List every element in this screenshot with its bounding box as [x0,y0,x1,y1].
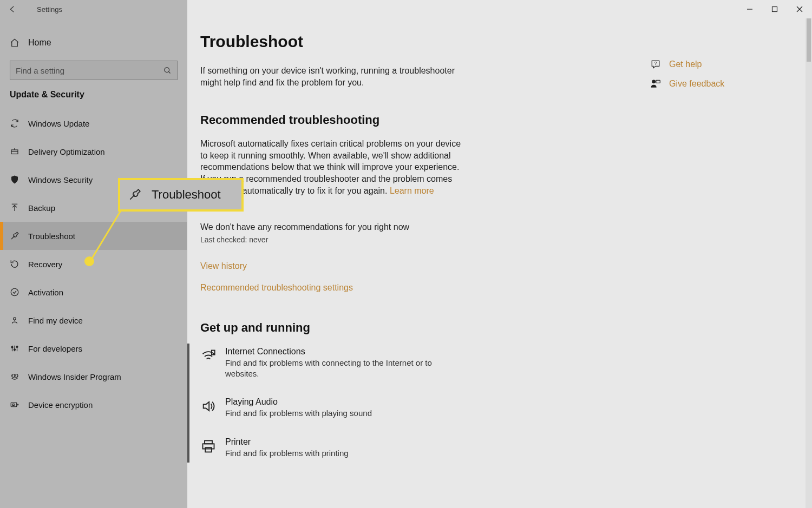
encryption-icon [10,400,21,410]
maximize-button[interactable] [762,0,787,18]
svg-point-23 [15,375,16,376]
sidebar-item-label: Recovery [28,260,62,269]
no-recommendations-text: We don't have any recommendations for yo… [200,222,793,232]
svg-point-33 [652,80,656,84]
close-button[interactable] [787,0,812,18]
page-intro: If something on your device isn't workin… [200,65,471,88]
svg-rect-1 [772,7,777,12]
sidebar-item-label: Activation [28,288,63,297]
last-checked-text: Last checked: never [200,235,793,244]
svg-point-11 [11,288,18,296]
sidebar-selection-indicator [0,222,3,250]
troubleshooter-desc: Find and fix problems with playing sound [225,408,372,419]
caption-buttons [187,0,812,18]
recommended-settings-link[interactable]: Recommended troubleshooting settings [200,283,793,293]
wrench-icon [10,231,21,241]
home-icon [10,38,21,48]
wifi-icon [200,348,217,364]
sidebar-item-label: Troubleshoot [28,232,75,241]
svg-rect-34 [656,80,660,83]
svg-point-22 [12,375,14,376]
svg-point-18 [14,349,16,351]
sidebar-item-recovery[interactable]: Recovery [0,250,187,278]
troubleshooter-desc: Find and fix problems with connecting to… [225,358,463,379]
titlebar-left: Settings [0,0,187,18]
app-title: Settings [37,5,62,14]
sidebar-item-label: Backup [28,203,55,213]
svg-rect-31 [205,447,212,452]
sidebar-item-label: Windows Insider Program [28,372,121,381]
check-circle-icon [10,287,21,297]
get-help-link[interactable]: ? Get help [650,58,790,70]
sidebar-item-windows-insider-program[interactable]: Windows Insider Program [0,362,187,391]
learn-more-link[interactable]: Learn more [390,186,434,195]
wrench-icon [128,188,142,202]
svg-point-17 [11,346,13,348]
troubleshooter-internet-connections[interactable]: Internet ConnectionsFind and fix problem… [200,347,793,379]
recovery-icon [10,259,21,269]
insider-icon [10,372,21,381]
section-getup-title: Get up and running [200,321,793,335]
troubleshooter-printer[interactable]: PrinterFind and fix problems with printi… [200,437,793,459]
sidebar-item-label: Windows Security [28,175,93,184]
sidebar-item-label: For developers [28,344,82,353]
sidebar-item-for-developers[interactable]: For developers [0,334,187,362]
troubleshooter-playing-audio[interactable]: Playing AudioFind and fix problems with … [200,397,793,419]
feedback-icon [650,78,662,90]
troubleshooter-title: Playing Audio [225,397,372,407]
printer-icon [200,438,217,454]
troubleshooter-list: Internet ConnectionsFind and fix problem… [200,347,793,458]
svg-rect-28 [212,351,215,355]
give-feedback-link[interactable]: Give feedback [650,78,790,90]
developers-icon [10,344,21,353]
sidebar-item-device-encryption[interactable]: Device encryption [0,391,187,419]
sidebar-category-header: Update & Security [0,88,187,109]
list-accent-bar [187,344,189,463]
view-history-link[interactable]: View history [200,261,793,271]
svg-point-19 [16,346,18,348]
sidebar-item-delivery-optimization[interactable]: Delivery Optimization [0,137,187,166]
shield-icon [10,175,21,184]
search-icon [163,67,172,75]
give-feedback-label: Give feedback [669,79,724,89]
svg-point-4 [165,67,169,72]
search-box[interactable] [10,61,178,80]
svg-line-5 [168,71,170,73]
sidebar-item-label: Find my device [28,316,83,325]
sync-icon [10,118,21,128]
back-button[interactable] [0,0,25,18]
location-icon [10,315,21,325]
sidebar-item-label: Windows Update [28,119,89,128]
svg-rect-6 [11,150,18,154]
sidebar-item-find-my-device[interactable]: Find my device [0,306,187,334]
sidebar-item-windows-update[interactable]: Windows Update [0,109,187,137]
search-input[interactable] [16,66,163,75]
sidebar-items: Windows UpdateDelivery OptimizationWindo… [0,109,187,419]
sidebar-item-activation[interactable]: Activation [0,278,187,306]
troubleshooter-desc: Find and fix problems with printing [225,448,349,459]
page-title: Troubleshoot [200,32,793,51]
sidebar-item-label: Delivery Optimization [28,147,105,156]
sidebar-item-troubleshoot[interactable]: Troubleshoot [0,222,187,250]
right-rail: ? Get help Give feedback [650,58,790,97]
get-help-label: Get help [669,60,702,69]
scrollbar-thumb[interactable] [807,18,811,62]
main-content: Troubleshoot If something on your device… [187,18,812,508]
minimize-button[interactable] [737,0,762,18]
callout-dot [84,256,94,266]
home-label: Home [28,38,51,48]
scrollbar[interactable] [806,18,812,508]
troubleshooter-title: Printer [225,437,349,447]
upload-icon [10,203,21,213]
sidebar-item-home[interactable]: Home [0,30,187,55]
svg-rect-25 [12,404,14,406]
svg-rect-24 [11,403,17,407]
sidebar-item-label: Device encryption [28,400,93,410]
delivery-icon [10,147,21,156]
callout-troubleshoot: Troubleshoot [118,178,244,212]
section-recommended-title: Recommended troubleshooting [200,113,793,127]
svg-point-12 [14,318,16,320]
speaker-icon [200,398,217,414]
callout-label: Troubleshoot [152,188,221,202]
svg-text:?: ? [654,61,657,66]
